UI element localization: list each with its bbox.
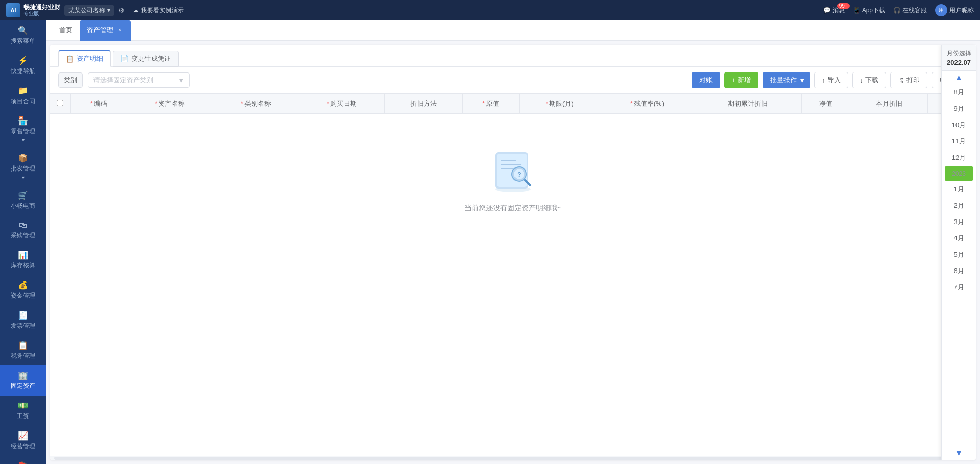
reconcile-button[interactable]: 对账 — [692, 72, 720, 88]
asset-detail-tab-icon: 📋 — [66, 55, 74, 63]
message-button[interactable]: 💬 消息 99+ — [823, 6, 845, 15]
company-selector[interactable]: 某某公司名称 ▾ — [64, 5, 114, 16]
svg-rect-4 — [501, 164, 521, 165]
sidebar-item-inventory[interactable]: 📊 库存核算 — [0, 245, 46, 275]
print-icon: 🖨 — [898, 77, 904, 84]
sidebar-item-wholesale[interactable]: 📦 批发管理 ▾ — [0, 148, 46, 185]
batch-label: 批量操作 — [770, 76, 797, 85]
col-category: *类别名称 — [213, 94, 299, 114]
tab-home-label: 首页 — [59, 26, 72, 35]
sidebar-label-finance: 资金管理 — [11, 291, 35, 300]
online-service-button[interactable]: 🎧 在线客服 — [893, 6, 927, 15]
invoice-icon: 🧾 — [18, 310, 28, 320]
category-filter-select[interactable]: 请选择固定资产类别 ▼ — [88, 72, 190, 88]
table-wrapper: *编码 *资产名称 *类别名称 *购买日期 折旧方法 *原值 *期限(月) *残… — [50, 94, 976, 456]
col-monthly-depreciation: 本月折旧 — [850, 94, 928, 114]
month-1[interactable]: 1月 — [942, 181, 976, 198]
wholesale-icon: 📦 — [18, 153, 28, 163]
main-layout: 🔍 搜索菜单 ⚡ 快捷导航 📁 项目合同 🏪 零售管理 ▾ 📦 批发管理 ▾ 🛒… — [0, 20, 980, 464]
bottom-scrollbar[interactable] — [50, 456, 976, 460]
sidebar-item-ecommerce[interactable]: 🛒 小畅电商 — [0, 185, 46, 215]
month-nav-up[interactable]: ▲ — [942, 71, 976, 84]
demo-link[interactable]: ☁ 我要看实例演示 — [133, 6, 184, 15]
app-download-button[interactable]: 📱 App下载 — [853, 6, 885, 15]
month-9[interactable]: 9月 — [942, 101, 976, 117]
tab-close-button[interactable]: × — [116, 27, 124, 34]
salary-icon: 💵 — [18, 401, 28, 410]
headset-icon: 🎧 — [893, 7, 901, 14]
retail-icon: 🏪 — [18, 116, 28, 126]
svg-rect-5 — [501, 168, 513, 169]
app-download-text: App下载 — [862, 6, 885, 15]
search-icon: 🔍 — [18, 26, 28, 35]
sub-tab-asset-detail[interactable]: 📋 资产明细 — [58, 50, 111, 67]
tab-home[interactable]: 首页 — [52, 20, 80, 41]
month-panel-title: 月份选择 2022.07 — [942, 45, 976, 71]
sidebar-item-search[interactable]: 🔍 搜索菜单 — [0, 20, 46, 51]
finance-icon: 💰 — [18, 280, 28, 290]
sidebar-item-purchase[interactable]: 🛍 采购管理 — [0, 215, 46, 245]
add-button[interactable]: + 新增 — [724, 72, 758, 88]
empty-illustration: ? — [482, 144, 544, 196]
filter-placeholder: 请选择固定资产类别 — [93, 76, 153, 85]
print-button[interactable]: 🖨 打印 — [890, 72, 927, 88]
tab-bar: 首页 资产管理 × — [46, 20, 980, 41]
sidebar-item-invoice[interactable]: 🧾 发票管理 — [0, 305, 46, 335]
user-avatar[interactable]: 用 用户昵称 — [935, 4, 974, 16]
quicknav-icon: ⚡ — [18, 56, 28, 65]
retail-arrow-icon: ▾ — [22, 137, 24, 143]
phone-icon: 📱 — [853, 7, 861, 14]
import-button[interactable]: ↑ 导入 — [814, 72, 848, 88]
sidebar-item-fixed-assets[interactable]: 🏢 固定资产 — [0, 365, 46, 396]
col-purchase-date: *购买日期 — [299, 94, 384, 114]
month-4[interactable]: 4月 — [942, 230, 976, 247]
settings-button[interactable]: ⚙ — [118, 7, 125, 14]
month-12[interactable]: 12月 — [942, 150, 976, 166]
month-11[interactable]: 11月 — [942, 133, 976, 150]
download-label: 下载 — [865, 76, 878, 85]
header-right-actions: 💬 消息 99+ 📱 App下载 🎧 在线客服 用 用户昵称 — [823, 4, 974, 16]
avatar-circle: 用 — [935, 4, 947, 16]
svg-rect-3 — [501, 160, 516, 161]
online-service-text: 在线客服 — [902, 6, 927, 15]
sidebar-item-salary[interactable]: 💵 工资 — [0, 396, 46, 426]
sidebar-item-finance[interactable]: 💰 资金管理 — [0, 275, 46, 305]
sidebar-item-general-ledger[interactable]: 📚 总账管理 — [0, 456, 46, 464]
month-2[interactable]: 2月 — [942, 198, 976, 214]
month-7[interactable]: 7月 — [942, 279, 976, 296]
col-name: *资产名称 — [127, 94, 213, 114]
batch-button[interactable]: 批量操作 ▼ — [763, 72, 810, 88]
col-code: *编码 — [70, 94, 127, 114]
sidebar-item-quick-nav[interactable]: ⚡ 快捷导航 — [0, 51, 46, 81]
sidebar-label-retail: 零售管理 — [11, 127, 35, 136]
sidebar-label-inventory: 库存核算 — [11, 261, 35, 270]
sub-tab-change-voucher[interactable]: 📄 变更生成凭证 — [113, 51, 179, 67]
fixed-assets-icon: 🏢 — [18, 371, 28, 380]
sidebar-label-ecommerce: 小畅电商 — [11, 202, 35, 210]
purchase-icon: 🛍 — [19, 221, 27, 230]
empty-state: ? 当前您还没有固定资产明细哦~ — [50, 114, 976, 243]
sidebar-item-retail[interactable]: 🏪 零售管理 ▾ — [0, 111, 46, 148]
toolbar-right: 对账 + 新增 批量操作 ▼ ↑ 导入 ↓ 下载 — [692, 72, 968, 88]
sidebar-item-operations[interactable]: 📈 经营管理 — [0, 426, 46, 456]
demo-link-text: 我要看实例演示 — [141, 6, 184, 15]
download-button[interactable]: ↓ 下载 — [852, 72, 887, 88]
table-header-checkbox — [50, 94, 70, 114]
sidebar-item-tax[interactable]: 📋 税务管理 — [0, 335, 46, 365]
month-8[interactable]: 8月 — [942, 84, 976, 101]
month-10[interactable]: 10月 — [942, 117, 976, 133]
company-name: 某某公司名称 — [68, 6, 105, 15]
select-all-checkbox[interactable] — [57, 100, 63, 106]
month-list: 8月 9月 10月 11月 12月 2023 1月 2月 3月 4月 5月 6月… — [942, 84, 976, 447]
month-5[interactable]: 5月 — [942, 247, 976, 263]
month-3[interactable]: 3月 — [942, 214, 976, 230]
sidebar-label-purchase: 采购管理 — [11, 231, 35, 240]
sidebar-label-quick-nav: 快捷导航 — [11, 67, 35, 76]
sidebar-item-project[interactable]: 📁 项目合同 — [0, 81, 46, 111]
scroll-track — [54, 457, 972, 460]
sidebar-label-salary: 工资 — [17, 412, 29, 421]
tab-asset-management[interactable]: 资产管理 × — [80, 20, 131, 41]
asset-table: *编码 *资产名称 *类别名称 *购买日期 折旧方法 *原值 *期限(月) *残… — [50, 94, 976, 114]
month-6[interactable]: 6月 — [942, 263, 976, 279]
month-nav-down[interactable]: ▼ — [942, 447, 976, 460]
